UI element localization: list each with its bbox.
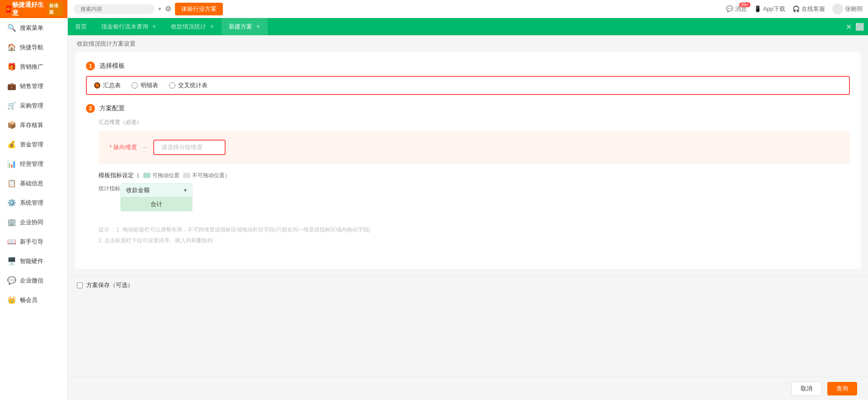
sidebar-label-system: 系统管理: [20, 199, 43, 207]
option-cross-label: 交叉统计表: [178, 81, 208, 89]
sidebar-item-search-menu[interactable]: 🔍 搜索菜单: [0, 18, 67, 38]
member-icon: 👑: [7, 296, 16, 304]
tab-bank-label: 现金银行流水查询: [101, 23, 148, 31]
tab-home-label: 首页: [75, 23, 87, 31]
option-cross[interactable]: 交叉统计表: [169, 81, 208, 89]
sidebar-item-marketing[interactable]: 🎁 营销推广: [0, 57, 67, 76]
option-summary[interactable]: 汇总表: [94, 81, 121, 89]
message-badge: 99+: [739, 2, 750, 7]
radio-cross[interactable]: [169, 82, 175, 89]
search-menu-icon: 🔍: [7, 24, 16, 32]
sidebar-item-finance[interactable]: 💰 资金管理: [0, 135, 67, 154]
legend-draggable-item: 可拖动位置: [143, 172, 179, 179]
service-label: 在线客服: [802, 5, 825, 13]
dimension-section-title: 汇总维度（必选）: [99, 118, 850, 126]
app-download-btn[interactable]: 📱 App下载: [754, 5, 785, 13]
basic-info-icon: 📋: [7, 179, 16, 188]
sidebar-item-smart-hw[interactable]: 🖥️ 智能硬件: [0, 251, 67, 271]
message-icon: 💬: [726, 5, 733, 12]
sidebar-item-system[interactable]: ⚙️ 系统管理: [0, 193, 67, 212]
sidebar-item-inventory[interactable]: 📦 库存核算: [0, 115, 67, 135]
main-card: 1 选择模板 汇总表 明细表 交叉统计表: [75, 52, 861, 269]
purchase-icon: 🛒: [7, 101, 16, 110]
indicator-table-wrapper: 统计指标 收款金额 ▾ 合计: [99, 183, 850, 212]
radio-summary[interactable]: [94, 82, 100, 89]
tabbar: 首页 现金银行流水查询 ✕ 收款情况统计 ✕ 新建方案 ✕ ✕ ⬜: [68, 18, 868, 35]
sidebar-item-guide[interactable]: 📖 新手引导: [0, 232, 67, 251]
indicator-table-header[interactable]: 收款金额 ▾: [121, 184, 192, 198]
guide-icon: 📖: [7, 237, 16, 246]
finance-icon: 💰: [7, 140, 16, 149]
sidebar-label-inventory: 库存核算: [20, 121, 43, 129]
hint-2: 2. 点击标题栏下拉可设置排序、插入列和删除列: [99, 236, 850, 246]
search-input[interactable]: [73, 4, 155, 14]
sidebar-item-sales[interactable]: 💼 销售管理: [0, 76, 67, 96]
cancel-button[interactable]: 取消: [791, 381, 822, 396]
sidebar-item-operation[interactable]: 📊 经营管理: [0, 154, 67, 174]
legend-draggable-box: [143, 173, 151, 178]
close-window-icon[interactable]: ✕: [846, 23, 852, 31]
dimension-title-text: 汇总维度（必选）: [99, 119, 142, 125]
save-checkbox[interactable]: [77, 282, 83, 288]
hint-1: 提示： 1. 拖动标题栏可以调整布局，不可跨维度或指标区域拖动栏目字段(只能在同…: [99, 225, 850, 235]
sales-icon: 💼: [7, 82, 16, 90]
sidebar-item-quick-nav[interactable]: 🏠 快捷导航: [0, 38, 67, 57]
tab-new-plan[interactable]: 新建方案 ✕: [222, 18, 268, 35]
step1-section: 1 选择模板 汇总表 明细表 交叉统计表: [86, 61, 850, 95]
step2-num: 2: [86, 104, 95, 113]
topbar-left: ▾ ⚙ 体验行业方案: [73, 3, 223, 15]
radio-detail[interactable]: [132, 82, 138, 89]
tab-new-plan-label: 新建方案: [229, 23, 252, 31]
tab-receipt-stats-label: 收款情况统计: [171, 23, 206, 31]
sidebar-label-quick-nav: 快捷导航: [20, 43, 43, 52]
step1-title: 选择模板: [99, 62, 125, 70]
industry-btn[interactable]: 体验行业方案: [175, 3, 223, 15]
home-icon: 🏠: [7, 43, 16, 52]
sidebar-label-member: 畅会员: [20, 296, 38, 304]
dropdown-arrow-icon[interactable]: ▾: [158, 5, 161, 12]
sidebar-item-corp[interactable]: 🏢 企业协同: [0, 212, 67, 232]
message-btn[interactable]: 💬 消息 99+: [726, 5, 747, 13]
sidebar-label-wechat: 企业微信: [20, 277, 43, 285]
sidebar-label-finance: 资金管理: [20, 141, 43, 149]
service-btn[interactable]: 🎧 在线客服: [793, 5, 825, 13]
dimension-area: 汇总维度（必选） * 纵向维度 → 请选择分组维度 模板指标设定（: [86, 118, 850, 251]
dimension-select[interactable]: 请选择分组维度: [153, 140, 226, 155]
template-options: 汇总表 明细表 交叉统计表: [86, 76, 850, 95]
logo-tag: 标准版: [47, 2, 63, 16]
smart-hw-icon: 🖥️: [7, 257, 16, 265]
sidebar-label-basic-info: 基础信息: [20, 179, 43, 188]
sidebar-item-member[interactable]: 👑 畅会员: [0, 290, 67, 310]
maximize-icon[interactable]: ⬜: [855, 23, 864, 31]
sidebar-item-basic-info[interactable]: 📋 基础信息: [0, 174, 67, 193]
sidebar-label-operation: 经营管理: [20, 160, 43, 168]
option-detail[interactable]: 明细表: [132, 81, 158, 89]
gear-icon[interactable]: ⚙: [165, 5, 171, 13]
tab-new-plan-close-icon[interactable]: ✕: [256, 24, 260, 30]
tab-receipt-close-icon[interactable]: ✕: [210, 24, 214, 30]
legend-fixed-item: 不可拖动位置）: [183, 172, 230, 179]
operation-icon: 📊: [7, 160, 16, 168]
corp-icon: 🏢: [7, 218, 16, 226]
topbar-right: 💬 消息 99+ 📱 App下载 🎧 在线客服 张晓明: [726, 4, 863, 14]
topbar: ▾ ⚙ 体验行业方案 💬 消息 99+ 📱 App下载 🎧 在线客服 张晓明: [68, 0, 868, 18]
sidebar-item-wechat[interactable]: 💬 企业微信: [0, 271, 67, 290]
inventory-icon: 📦: [7, 121, 16, 129]
dropdown-icon[interactable]: ▾: [184, 187, 187, 193]
indicator-section: 模板指标设定（ 可拖动位置 不可拖动位置）: [99, 171, 850, 212]
sidebar-label-guide: 新手引导: [20, 238, 43, 246]
tab-bank-close-icon[interactable]: ✕: [152, 24, 156, 30]
col-header-text: 收款金额: [126, 186, 150, 194]
tab-receipt-stats[interactable]: 收款情况统计 ✕: [164, 18, 222, 35]
logo-text: 畅捷通好生意: [12, 1, 46, 17]
query-button[interactable]: 查询: [827, 382, 857, 395]
content-area: 收款情况统计方案设置 1 选择模板 汇总表 明细表: [68, 35, 868, 376]
tab-home[interactable]: 首页: [68, 18, 94, 35]
step2-section: 2 方案配置 汇总维度（必选） * 纵向维度 → 请选择分组维度: [86, 104, 850, 251]
user-avatar[interactable]: 张晓明: [832, 4, 863, 14]
sidebar-item-purchase[interactable]: 🛒 采购管理: [0, 96, 67, 115]
system-icon: ⚙️: [7, 198, 16, 207]
tab-bank[interactable]: 现金银行流水查询 ✕: [94, 18, 164, 35]
download-label: App下载: [763, 5, 785, 13]
stat-col-title: 统计指标: [99, 183, 120, 194]
